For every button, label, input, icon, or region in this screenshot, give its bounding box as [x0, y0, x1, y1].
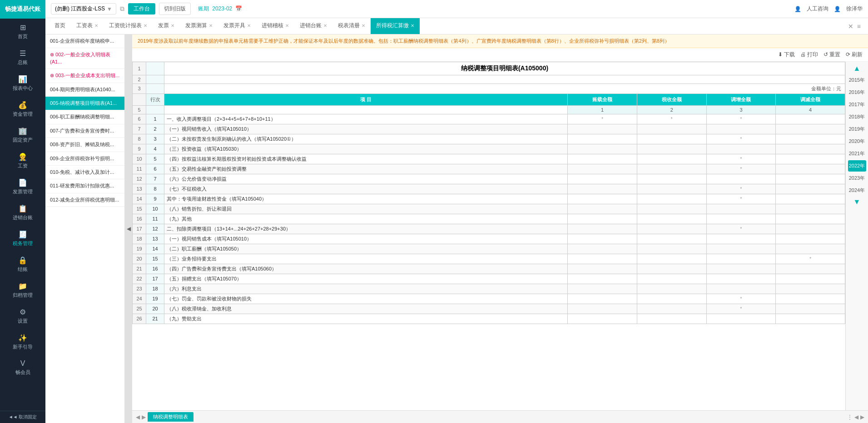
worktable-button[interactable]: 工作台 — [128, 3, 155, 15]
col-4-val[interactable] — [776, 154, 845, 164]
col-b-item[interactable]: 一、收入类调整项目（2+3+4+5+6+7+8+10+11） — [164, 114, 568, 124]
col-b-item[interactable]: （五）交易性金融资产初始投资调整 — [164, 164, 568, 174]
sidebar-item-closing[interactable]: 🔒 结账 — [0, 251, 45, 277]
tab-tax-clearance-close[interactable]: ✕ — [362, 23, 365, 28]
col-b-item[interactable]: （九）赞助支出 — [164, 314, 568, 324]
left-panel-item-011[interactable]: 011-研发费用加计扣除优惠... — [45, 179, 124, 193]
col-1-val[interactable] — [568, 144, 637, 154]
col-b-item[interactable]: （三）业务招待要支出 — [164, 254, 568, 264]
tab-payroll-report-close[interactable]: ✕ — [144, 23, 147, 28]
col-4-val[interactable] — [776, 294, 845, 304]
col-3-val[interactable] — [706, 204, 776, 214]
col-4-val[interactable] — [776, 304, 845, 314]
left-panel-item-005[interactable]: 005-纳税调整项目明细表(A1... — [45, 97, 124, 110]
tab-input-tax[interactable]: 进销稽核 ✕ — [256, 18, 294, 34]
col-b-item[interactable]: （八）销售折扣、折让和退回 — [164, 204, 568, 214]
sidebar-item-tax-mgmt[interactable]: 🧾 税务管理 — [0, 226, 45, 251]
col-1-val[interactable] — [568, 314, 637, 324]
col-2-val[interactable] — [637, 204, 706, 214]
col-4-val[interactable] — [776, 114, 845, 124]
col-1-val[interactable] — [568, 234, 637, 244]
col-2-val[interactable] — [637, 234, 706, 244]
col-2-val[interactable] — [637, 274, 706, 284]
col-4-val[interactable] — [776, 134, 845, 144]
col-4-val[interactable] — [776, 314, 845, 324]
year-nav-up[interactable]: ▲ — [853, 64, 862, 74]
period-value[interactable]: 2023-02 — [212, 5, 232, 12]
col-1-val[interactable] — [568, 164, 637, 174]
reset-button[interactable]: ↺ 重置 — [823, 51, 840, 59]
year-2015[interactable]: 2015年 — [848, 74, 866, 86]
col-3-val[interactable] — [706, 284, 776, 294]
col-2-val[interactable] — [637, 174, 706, 184]
col-4-val[interactable] — [776, 194, 845, 204]
tab-input-tax-close[interactable]: ✕ — [285, 23, 289, 28]
col-2-val[interactable] — [637, 194, 706, 204]
col-3-val[interactable] — [706, 254, 776, 264]
col-2-val[interactable] — [637, 144, 706, 154]
download-button[interactable]: ⬇ 下载 — [778, 51, 795, 59]
col-4-val[interactable] — [776, 244, 845, 254]
sidebar-item-member[interactable]: V 畅会员 — [0, 355, 45, 380]
col-2-val[interactable] — [637, 244, 706, 254]
col-1-val[interactable]: * — [568, 114, 637, 124]
table-wrapper[interactable]: 1 纳税调整项目明细表(A105000) 2 — [132, 62, 845, 411]
sidebar-item-payroll[interactable]: 👷 工资 — [0, 148, 45, 174]
year-2019[interactable]: 2019年 — [848, 123, 866, 135]
col-4-val[interactable] — [776, 274, 845, 284]
sheet-scroll-right[interactable]: ◀ — [854, 414, 858, 420]
consult-button[interactable]: 人工咨询 — [807, 5, 828, 13]
col-1-val[interactable] — [568, 154, 637, 164]
col-2-val[interactable] — [637, 284, 706, 294]
col-2-val[interactable] — [637, 314, 706, 324]
col-4-val[interactable] — [776, 144, 845, 154]
refresh-button[interactable]: ⟳ 刷新 — [846, 51, 863, 59]
tab-income-tax-close[interactable]: ✕ — [411, 23, 414, 28]
tab-invoice[interactable]: 发票 ✕ — [153, 18, 180, 34]
col-3-val[interactable]: * — [706, 184, 776, 194]
col-3-val[interactable] — [706, 264, 776, 274]
left-panel-item-003[interactable]: ⊗ 003-一般企业成本支出明细... — [45, 69, 124, 83]
col-b-item[interactable]: （三）投资收益（填写A105030） — [164, 144, 568, 154]
col-b-item[interactable]: （七）不征税收入 — [164, 184, 568, 194]
sheet-nav-left[interactable]: ◀ — [136, 414, 140, 420]
sheet-tab-main[interactable]: 纳税调整明细表 — [148, 412, 193, 422]
left-panel-item-004[interactable]: 004-期间费用明细表(A1040... — [45, 83, 124, 97]
col-b-item[interactable]: 其中：专项用途财政性资金（填写A105040） — [164, 194, 568, 204]
col-b-item[interactable]: （五）捐赠支出（填写A105070） — [164, 274, 568, 284]
tab-invoice-open[interactable]: 发票开具 ✕ — [218, 18, 256, 34]
col-1-val[interactable] — [568, 174, 637, 184]
col-1-val[interactable] — [568, 264, 637, 274]
tab-invoice-calc-close[interactable]: ✕ — [209, 23, 213, 28]
col-1-val[interactable] — [568, 294, 637, 304]
sidebar-item-settings[interactable]: ⚙ 设置 — [0, 303, 45, 329]
tab-home[interactable]: 首页 — [49, 18, 71, 34]
col-4-val[interactable] — [776, 164, 845, 174]
col-4-val[interactable] — [776, 214, 845, 224]
sidebar-item-report-center[interactable]: 📊 报表中心 — [0, 70, 45, 96]
col-1-val[interactable] — [568, 284, 637, 294]
col-2-val[interactable] — [637, 124, 706, 134]
col-b-item[interactable]: 二、扣除类调整项目（13+14+...24+26+27+28+29+30） — [164, 224, 568, 234]
col-3-val[interactable]: * — [706, 294, 776, 304]
col-4-val[interactable] — [776, 284, 845, 294]
sheet-nav-right[interactable]: ▶ — [142, 414, 146, 420]
col-b-item[interactable]: （一）视同销售成本（填写A105010） — [164, 234, 568, 244]
col-4-val[interactable] — [776, 264, 845, 274]
col-3-val[interactable] — [706, 274, 776, 284]
col-b-item[interactable]: （七）罚金、罚款和被没收财物的损失 — [164, 294, 568, 304]
tab-menu[interactable]: ≡ — [857, 23, 861, 30]
col-b-item[interactable]: （六）公允价值变动净损益 — [164, 174, 568, 184]
col-3-val[interactable] — [706, 244, 776, 254]
col-2-val[interactable] — [637, 214, 706, 224]
left-panel-item-012[interactable]: 012-减免企业所得税优惠明细... — [45, 193, 124, 207]
col-b-item[interactable]: （六）利息支出 — [164, 284, 568, 294]
copy-icon[interactable]: ⧉ — [120, 5, 124, 13]
left-panel-item-010[interactable]: 010-免税、减计收入及加计... — [45, 166, 124, 179]
col-4-val[interactable] — [776, 124, 845, 134]
col-3-val[interactable]: * — [706, 164, 776, 174]
oldversion-button[interactable]: 切到旧版 — [159, 3, 191, 15]
sidebar-item-archive[interactable]: 📁 归档管理 — [0, 277, 45, 303]
col-1-val[interactable] — [568, 124, 637, 134]
col-b-item[interactable]: （四）广告费和业务宣传费支出（填写A105060） — [164, 264, 568, 274]
